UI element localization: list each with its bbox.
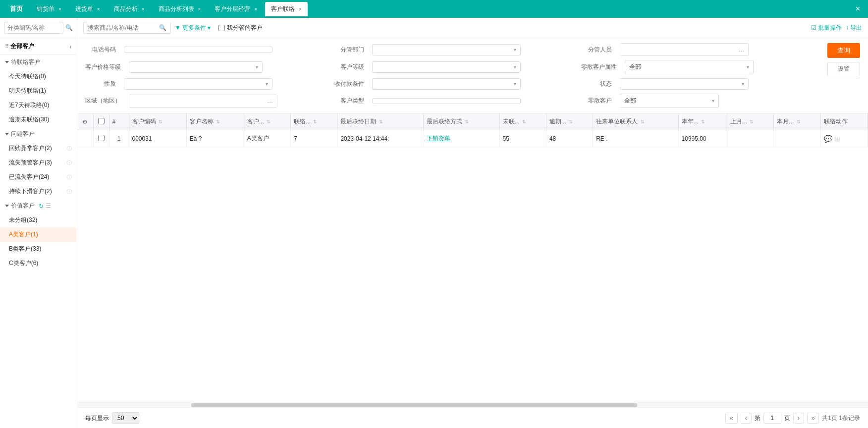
filter-customer-type-label: 客户类型	[333, 97, 368, 105]
sort-nocontact: ⇅	[522, 119, 526, 124]
nav-product-analysis[interactable]: 商品分析 ×	[108, 2, 151, 16]
sort-code: ⇅	[159, 119, 163, 124]
sidebar-item-a-class[interactable]: A类客户(1)	[0, 227, 77, 242]
value-group-edit[interactable]: ↻	[39, 203, 44, 210]
th-code[interactable]: 客户编码 ⇅	[129, 113, 186, 130]
sidebar-item-c-class[interactable]: C类客户(6)	[0, 256, 77, 270]
toolbar-right: ☑ 批量操作 ↑ 导出	[811, 24, 862, 32]
nav-product-analysis-list-close[interactable]: ×	[198, 6, 201, 12]
filter-customer-grade-select[interactable]: ▾	[372, 61, 521, 73]
export-btn[interactable]: ↑ 导出	[846, 24, 862, 32]
filter-row-1: 电话号码 分管部门 ▾ 分管人员 …	[85, 43, 819, 56]
th-no-contact[interactable]: 未联... ⇅	[499, 113, 546, 130]
row-checkbox-0[interactable]	[98, 135, 105, 141]
th-this-month[interactable]: 本月... ⇅	[774, 113, 820, 130]
sidebar-item-tomorrow[interactable]: 明天待联络(1)	[0, 84, 77, 98]
nav-sales-close[interactable]: ×	[58, 6, 61, 12]
my-customers-wrap[interactable]: 我分管的客户	[218, 24, 263, 32]
filter-person-select[interactable]: …	[620, 43, 749, 56]
nav-customer-tier-close[interactable]: ×	[254, 6, 257, 12]
sidebar-value-title[interactable]: 价值客户 ↻ ☰	[0, 199, 77, 213]
sidebar-item-churn-warning[interactable]: 流失预警客户(3) ⓘ	[0, 156, 77, 170]
nav-purchase-close[interactable]: ×	[97, 6, 100, 12]
sidebar-search-icon[interactable]: 🔍	[65, 24, 73, 31]
search-input[interactable]	[88, 24, 157, 31]
export-icon: ↑	[846, 24, 849, 31]
sidebar-item-overdue[interactable]: 逾期未联络(30)	[0, 112, 77, 127]
action-more-icon[interactable]: ⊞	[834, 135, 840, 143]
sidebar-item-today[interactable]: 今天待联络(0)	[0, 69, 77, 84]
sidebar-problem-title[interactable]: 问题客户	[0, 127, 77, 141]
select-all-checkbox[interactable]	[98, 118, 105, 124]
filter-phone-input[interactable]	[124, 47, 272, 53]
filter-price-grade-select[interactable]: ▾	[129, 61, 263, 73]
prev-page-btn[interactable]: ‹	[741, 413, 752, 424]
nav-purchase[interactable]: 进货单 ×	[69, 2, 106, 16]
last-method-link[interactable]: 下销货单	[427, 135, 450, 142]
filter-btn[interactable]: ▼ 更多条件 ▾	[175, 24, 211, 32]
query-btn[interactable]: 查询	[827, 43, 860, 58]
sidebar-item-declining[interactable]: 持续下滑客户(2) ⓘ	[0, 184, 77, 199]
person-dots[interactable]: …	[738, 46, 744, 53]
sidebar-item-7days[interactable]: 近7天待联络(0)	[0, 98, 77, 112]
sort-contact: ⇅	[313, 119, 317, 124]
filter-dept-select[interactable]: ▾	[372, 44, 521, 55]
filter-status-select[interactable]: ▾	[620, 78, 749, 90]
th-gear[interactable]: ⚙	[77, 113, 93, 130]
th-check[interactable]	[93, 113, 109, 130]
cell-check[interactable]	[93, 130, 109, 147]
sidebar-item-churned[interactable]: 已流失客户(24) ⓘ	[0, 170, 77, 184]
nav-home[interactable]: 首页	[4, 1, 29, 16]
th-category[interactable]: 客户... ⇅	[244, 113, 290, 130]
cell-num: 1	[109, 130, 129, 147]
nav-customer-tier[interactable]: 客户分层经营 ×	[209, 2, 263, 16]
sidebar-all-customers[interactable]: ⠿ 全部客户 ‹	[0, 38, 77, 55]
nav-customer-contact-close[interactable]: ×	[299, 6, 302, 12]
th-last-month[interactable]: 上月... ⇅	[727, 113, 774, 130]
settings-btn[interactable]: 设置	[827, 62, 860, 76]
filter-dept-label: 分管部门	[333, 46, 368, 54]
sidebar-item-repurchase-abnormal[interactable]: 回购异常客户(2) ⓘ	[0, 141, 77, 156]
th-overdue[interactable]: 逾期... ⇅	[546, 113, 593, 130]
filter-retail-customer-select[interactable]: 全部▾	[620, 94, 719, 108]
filter-retail-attr-select[interactable]: 全部▾	[625, 60, 754, 74]
page-size-select[interactable]: 50 100 200	[112, 412, 139, 424]
th-contact[interactable]: 联络... ⇅	[291, 113, 337, 130]
cell-last-method[interactable]: 下销货单	[423, 130, 499, 147]
batch-op-btn[interactable]: ☑ 批量操作	[811, 24, 842, 32]
filter-region-input[interactable]: …	[129, 95, 277, 107]
info-icon-1: ⓘ	[67, 160, 72, 166]
filter-retail-customer-label: 零散客户	[581, 97, 616, 105]
nav-customer-contact[interactable]: 客户联络 ×	[265, 2, 308, 16]
value-group-config[interactable]: ☰	[46, 203, 51, 210]
th-unit-contact[interactable]: 往来单位联系人 ⇅	[593, 113, 678, 130]
sidebar-item-b-class[interactable]: B类客户(33)	[0, 242, 77, 256]
nav-sales[interactable]: 销货单 ×	[31, 2, 67, 16]
first-page-btn[interactable]: «	[725, 413, 738, 424]
nav-product-analysis-close[interactable]: ×	[142, 6, 145, 12]
nav-product-analysis-list[interactable]: 商品分析列表 ×	[153, 2, 207, 16]
filter-price-grade: 客户价格等级 ▾	[85, 61, 324, 73]
sidebar-collapse-icon[interactable]: ‹	[69, 43, 72, 51]
filter-customer-type-input[interactable]	[372, 98, 521, 104]
last-page-btn[interactable]: »	[807, 413, 819, 424]
sidebar-search-input[interactable]	[4, 22, 63, 34]
search-icon[interactable]: 🔍	[159, 24, 166, 31]
action-message-icon[interactable]: 💬	[824, 135, 832, 143]
th-name[interactable]: 客户名称 ⇅	[186, 113, 244, 130]
window-close[interactable]: ×	[852, 2, 864, 15]
bottom-scrollbar[interactable]	[77, 402, 868, 408]
sort-method: ⇅	[465, 119, 469, 124]
region-dots[interactable]: …	[267, 98, 273, 105]
sidebar-pending-title[interactable]: 待联络客户	[0, 55, 77, 69]
page-input[interactable]	[763, 413, 781, 424]
row-actions: 💬 ⊞	[824, 135, 865, 143]
my-customers-checkbox[interactable]	[218, 25, 225, 31]
sidebar-item-ungrouped[interactable]: 未分组(32)	[0, 213, 77, 227]
filter-payment-select[interactable]: ▾	[372, 78, 521, 90]
th-last-date[interactable]: 最后联络日期 ⇅	[337, 113, 424, 130]
th-this-year[interactable]: 本年... ⇅	[678, 113, 727, 130]
next-page-btn[interactable]: ›	[793, 413, 804, 424]
th-last-method[interactable]: 最后联络方式 ⇅	[423, 113, 499, 130]
filter-nature-select[interactable]: ▾	[124, 78, 272, 90]
